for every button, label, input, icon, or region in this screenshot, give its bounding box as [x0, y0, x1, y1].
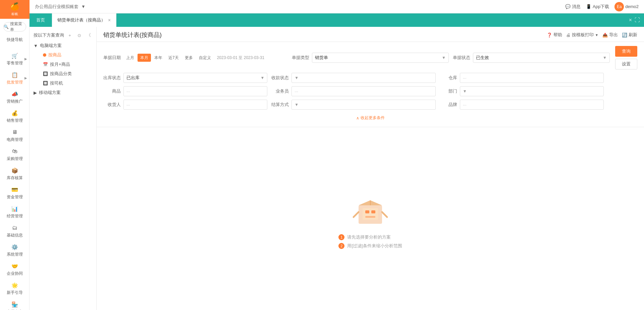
- date-tab-custom[interactable]: 自定义: [196, 54, 214, 62]
- filter-row-4: 收货人 ··· 结算方式 ▼ 品牌 ···: [103, 100, 637, 110]
- empty-text-item-2: 2 用[过滤]条件来缩小分析范围: [338, 243, 402, 249]
- sidebar-item-newbie[interactable]: 🌟 新手引导: [0, 278, 29, 298]
- filter-row-1: 单据日期 上月 本月 本年 近7天 更多 自定义 2023-03-01 至 20…: [103, 46, 637, 69]
- date-tab-7days[interactable]: 近7天: [166, 54, 181, 62]
- logo-text: 标账: [11, 12, 18, 16]
- sidebar-label-wholesale: 批发管理: [7, 80, 23, 85]
- tree-item-by-product[interactable]: 按商品: [32, 50, 96, 60]
- template-print-button[interactable]: 🖨 按模板打印 ▼: [566, 32, 598, 38]
- sidebar-item-enterprise[interactable]: 🤝 企业协同: [0, 259, 29, 278]
- settlement-control[interactable]: ▼: [291, 100, 435, 110]
- sidebar-item-appstore[interactable]: 🏪 应用中心: [0, 298, 29, 310]
- template-print-label: 按模板打印: [572, 32, 594, 38]
- svg-rect-4: [365, 210, 369, 213]
- product-dots: ···: [126, 89, 130, 94]
- tab-minimize-button[interactable]: ×: [629, 17, 632, 23]
- sidebar-item-sales[interactable]: 💰 销售管理: [0, 106, 29, 125]
- sidebar-item-finance[interactable]: 💳 资金管理: [0, 183, 29, 202]
- date-tab-this-month[interactable]: 本月: [138, 54, 151, 62]
- sidebar-item-ecommerce[interactable]: 🖥 电商管理: [0, 125, 29, 145]
- quick-nav-button[interactable]: 快捷导航: [3, 35, 26, 44]
- doc-status-control[interactable]: 已生效 ▼: [473, 53, 610, 63]
- sidebar-item-basics[interactable]: 🗂 基础信息: [0, 221, 29, 240]
- main-area: 办公用品行业模拟账套 ▼ 💬 消息 📱 App下载 Ea demo2 首页 销货…: [30, 0, 644, 310]
- query-button[interactable]: 查询: [615, 46, 637, 57]
- svg-rect-6: [365, 216, 375, 218]
- tab-home[interactable]: 首页: [30, 13, 52, 27]
- payment-status-control[interactable]: ▼: [291, 73, 435, 83]
- refresh-label: 刷新: [629, 32, 637, 38]
- filter-stock-status-field: 出库状态 已出库 ▼: [103, 73, 267, 83]
- date-tab-this-year[interactable]: 本年: [152, 54, 165, 62]
- doc-type-label: 单据类型: [292, 55, 312, 61]
- tree-mobile-label: 移动端方案: [39, 90, 61, 96]
- appstore-icon: 🏪: [11, 300, 19, 308]
- tab-active[interactable]: 销货单统计表（按商品） ×: [52, 13, 116, 27]
- brand-control[interactable]: ···: [460, 100, 604, 110]
- tree-group-mobile[interactable]: ▶ 移动端方案: [30, 88, 96, 97]
- dept-label: 部门: [440, 88, 460, 94]
- collapse-bar[interactable]: ∧ 收起更多条件: [103, 113, 637, 123]
- stock-status-control[interactable]: 已出库 ▼: [123, 73, 267, 83]
- salesperson-control[interactable]: ···: [291, 86, 435, 96]
- quick-nav-area: 快捷导航: [0, 34, 29, 46]
- doc-type-control[interactable]: 销货单 ▼: [312, 53, 449, 63]
- warehouse-dots: ···: [463, 75, 467, 81]
- date-tab-last-month[interactable]: 上月: [123, 54, 137, 62]
- panel-collapse-button[interactable]: 《: [85, 32, 92, 39]
- product-control[interactable]: ···: [123, 86, 267, 96]
- tree-item-by-month-product[interactable]: 📅 按月+商品: [32, 60, 96, 69]
- settings-button[interactable]: 设置: [615, 59, 637, 69]
- filter-area: 单据日期 上月 本月 本年 近7天 更多 自定义 2023-03-01 至 20…: [97, 42, 644, 127]
- recipient-dots: ···: [126, 102, 130, 107]
- panel-header: 按以下方案查询 + ⊙ 《: [30, 30, 96, 41]
- help-label: 帮助: [553, 32, 562, 38]
- tree-item-by-cashier[interactable]: 🔲 按司机: [32, 79, 96, 88]
- warehouse-control[interactable]: ···: [460, 73, 604, 83]
- sidebar-item-inventory[interactable]: 📦 库存核算: [0, 164, 29, 183]
- logo-icon: 🍊: [10, 2, 19, 11]
- empty-illustration: [348, 189, 392, 229]
- panel-settings-button[interactable]: ⊙: [75, 32, 83, 39]
- sidebar-item-retail[interactable]: 🛒 零售管理 ▶: [0, 49, 29, 68]
- tab-maximize-button[interactable]: ⛶: [635, 17, 640, 23]
- sidebar-label-retail: 零售管理: [7, 60, 23, 66]
- export-button[interactable]: 📤 导出: [602, 32, 618, 38]
- by-product-label: 按商品: [48, 52, 61, 58]
- panel-add-button[interactable]: +: [66, 32, 73, 39]
- download-icon: 📱: [586, 4, 591, 9]
- wholesale-arrow: ▶: [24, 76, 27, 80]
- sidebar-label-ecommerce: 电商管理: [7, 137, 23, 143]
- date-tabs: 上月 本月 本年 近7天 更多 自定义: [123, 54, 214, 62]
- header-dropdown[interactable]: ▼: [81, 4, 86, 9]
- sidebar-search-area: 🔍 搜索菜单: [0, 19, 29, 34]
- recipient-label: 收货人: [103, 102, 123, 108]
- sidebar-item-operations[interactable]: 📊 经营管理: [0, 202, 29, 221]
- dept-control[interactable]: ▼: [460, 86, 604, 96]
- recipient-control[interactable]: ···: [123, 100, 267, 110]
- refresh-button[interactable]: 🔄 刷新: [622, 32, 637, 38]
- date-tab-more[interactable]: 更多: [182, 54, 196, 62]
- by-cashier-icon: 🔲: [43, 81, 48, 86]
- sidebar-item-marketing[interactable]: 📣 营销推广: [0, 87, 29, 106]
- app-download-button[interactable]: 📱 App下载: [586, 4, 609, 10]
- search-menu-button[interactable]: 🔍 搜索菜单: [3, 22, 26, 32]
- tab-close-button[interactable]: ×: [108, 17, 111, 23]
- user-profile[interactable]: Ea demo2: [614, 2, 639, 11]
- sidebar-label-system: 系统管理: [7, 252, 23, 257]
- refresh-icon: 🔄: [622, 33, 627, 38]
- tree-group-desktop[interactable]: ▼ 电脑端方案: [30, 41, 96, 50]
- tree-mobile-arrow: ▶: [34, 90, 37, 95]
- sidebar-label-finance: 资金管理: [7, 194, 23, 200]
- sidebar-item-purchase[interactable]: 🛍 采购管理: [0, 145, 29, 164]
- help-button[interactable]: ❓ 帮助: [547, 32, 562, 38]
- left-panel: 按以下方案查询 + ⊙ 《 ▼ 电脑端方案 按商品 📅 按月+: [30, 27, 97, 310]
- doc-type-arrow: ▼: [442, 55, 446, 60]
- svg-line-7: [354, 212, 359, 217]
- message-button[interactable]: 💬 消息: [565, 4, 581, 10]
- empty-state: 1 请先选择要分析的方案 2 用[过滤]条件来缩小分析范围: [338, 189, 402, 249]
- system-icon: ⚙️: [11, 243, 19, 251]
- sidebar-item-wholesale[interactable]: 📋 批发管理 ▶: [0, 68, 29, 87]
- sidebar-item-system[interactable]: ⚙️ 系统管理: [0, 240, 29, 259]
- tree-item-by-category[interactable]: 🔲 按商品分类: [32, 69, 96, 79]
